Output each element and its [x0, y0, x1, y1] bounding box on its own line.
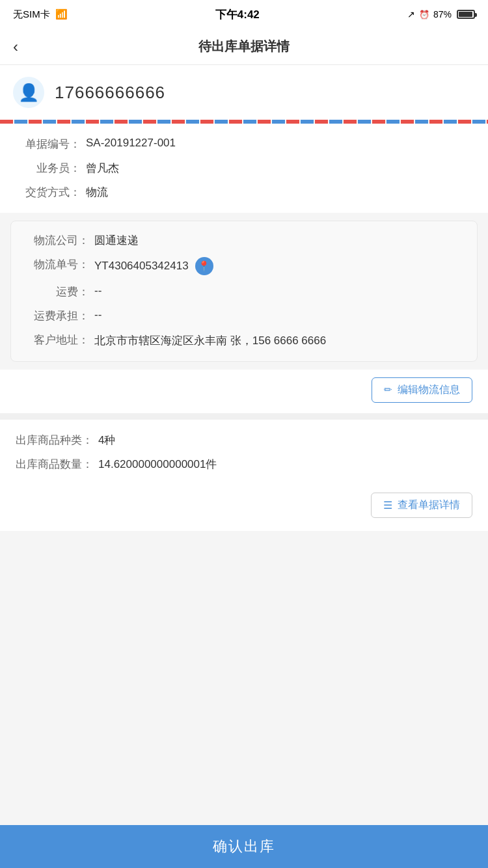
battery-label: 87%	[433, 9, 452, 20]
goods-quantity-value: 14.620000000000001件	[98, 457, 217, 472]
freight-label: 运费：	[24, 284, 89, 299]
tracking-number-label: 物流单号：	[24, 257, 89, 272]
view-details-button[interactable]: ☰ 查看单据详情	[371, 493, 472, 518]
status-bar: 无SIM卡 📶 下午4:42 ↗ ⏰ 87%	[0, 0, 488, 29]
confirm-btn-area: 确认出库	[0, 825, 488, 868]
gray-separator	[0, 413, 488, 420]
location-indicator-icon: ↗	[407, 9, 415, 20]
customer-address-row: 客户地址： 北京市市辖区海淀区永丰南 张，156 6666 6666	[24, 332, 464, 349]
freight-row: 运费： --	[24, 284, 464, 299]
salesperson-value: 曾凡杰	[86, 161, 472, 176]
avatar: 👤	[13, 77, 44, 108]
tracking-number-text: YT4306405342413	[94, 260, 189, 273]
status-right: ↗ ⏰ 87%	[407, 9, 475, 20]
nav-bar: ‹ 待出库单据详情	[0, 29, 488, 65]
freight-value: --	[94, 284, 464, 297]
document-number-label: 单据编号：	[16, 137, 81, 152]
content-spacer	[0, 531, 488, 648]
freight-bear-label: 运费承担：	[24, 308, 89, 323]
goods-types-row: 出库商品种类： 4种	[16, 433, 472, 448]
carrier-label: 无SIM卡	[13, 8, 50, 21]
customer-phone: 17666666666	[55, 83, 165, 103]
view-details-label: 查看单据详情	[398, 498, 460, 512]
battery-icon	[457, 10, 475, 19]
customer-address-label: 客户地址：	[24, 332, 89, 347]
goods-types-label: 出库商品种类：	[16, 433, 93, 448]
view-btn-row: ☰ 查看单据详情	[0, 485, 488, 531]
alarm-icon: ⏰	[419, 10, 429, 20]
customer-header: 👤 17666666666	[0, 65, 488, 120]
goods-quantity-row: 出库商品数量： 14.620000000000001件	[16, 457, 472, 472]
edit-btn-row: ✏ 编辑物流信息	[0, 370, 488, 413]
delivery-method-label: 交货方式：	[16, 185, 81, 200]
status-time: 下午4:42	[215, 7, 260, 22]
logistics-company-label: 物流公司：	[24, 233, 89, 248]
map-location-icon[interactable]: 📍	[195, 257, 213, 275]
back-button[interactable]: ‹	[13, 38, 18, 56]
order-info-section: 单据编号： SA-20191227-001 业务员： 曾凡杰 交货方式： 物流	[0, 124, 488, 213]
logistics-company-row: 物流公司： 圆通速递	[24, 233, 464, 248]
goods-quantity-label: 出库商品数量：	[16, 457, 93, 472]
confirm-outbound-button[interactable]: 确认出库	[213, 837, 275, 856]
wifi-icon: 📶	[55, 8, 68, 20]
freight-bear-value: --	[94, 308, 464, 321]
document-number-row: 单据编号： SA-20191227-001	[16, 137, 472, 152]
goods-types-value: 4种	[98, 433, 115, 448]
logistics-company-value: 圆通速递	[94, 233, 464, 248]
edit-icon: ✏	[384, 384, 392, 396]
salesperson-row: 业务员： 曾凡杰	[16, 161, 472, 176]
delivery-method-value: 物流	[86, 185, 472, 200]
delivery-method-row: 交货方式： 物流	[16, 185, 472, 200]
logistics-card: 物流公司： 圆通速递 物流单号： YT4306405342413 📍 运费： -…	[10, 221, 478, 362]
freight-bear-row: 运费承担： --	[24, 308, 464, 323]
avatar-icon: 👤	[18, 83, 39, 103]
customer-address-value: 北京市市辖区海淀区永丰南 张，156 6666 6666	[94, 332, 464, 349]
edit-logistics-button[interactable]: ✏ 编辑物流信息	[372, 377, 472, 403]
salesperson-label: 业务员：	[16, 161, 81, 176]
document-number-value: SA-20191227-001	[86, 137, 472, 150]
page-title: 待出库单据详情	[198, 38, 290, 55]
tracking-number-value: YT4306405342413 📍	[94, 257, 464, 275]
edit-btn-label: 编辑物流信息	[398, 383, 460, 397]
status-left: 无SIM卡 📶	[13, 8, 68, 21]
goods-section: 出库商品种类： 4种 出库商品数量： 14.620000000000001件	[0, 420, 488, 485]
tracking-number-row: 物流单号： YT4306405342413 📍	[24, 257, 464, 275]
view-details-icon: ☰	[383, 499, 392, 511]
